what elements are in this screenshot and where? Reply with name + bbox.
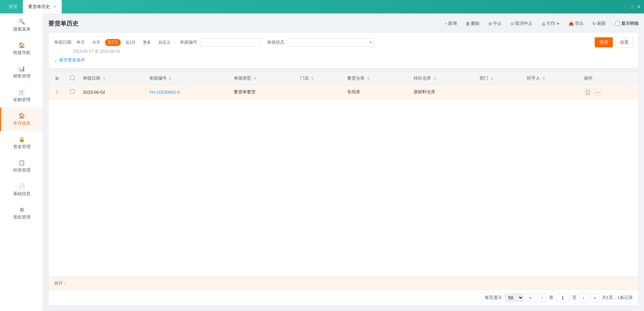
delete-icon: 🗑 xyxy=(466,21,470,26)
data-table: ⚙ 单据日期 ⇅ 单据编号 xyxy=(49,72,638,99)
sidebar-item-basic[interactable]: 📄 基础信息 xyxy=(0,178,43,202)
date-btn-7days[interactable]: 近7天 xyxy=(105,39,121,46)
export-button[interactable]: 📤 导出 xyxy=(566,19,586,28)
date-btn-more[interactable]: 更多 xyxy=(140,39,154,46)
last-page-btn[interactable]: » xyxy=(591,293,599,302)
sidebar-item-operations[interactable]: 📋 经营管理 xyxy=(0,154,43,178)
col-pending-wh-label: 待出仓库 xyxy=(414,76,431,81)
doc-number-input[interactable] xyxy=(200,38,260,47)
sidebar-item-purchase-label: 采购管理 xyxy=(13,97,31,103)
col-dept-label: 部门 xyxy=(480,76,488,81)
sort-dept-icon: ⇅ xyxy=(491,77,493,80)
sidebar-item-system-label: 系统管理 xyxy=(13,214,31,220)
export-icon: 📤 xyxy=(569,21,574,26)
select-all-checkbox[interactable] xyxy=(70,76,74,80)
more-icon-symbol: ⋯ xyxy=(595,90,600,95)
sidebar-item-quick-nav[interactable]: 🏠 快捷导航 xyxy=(0,37,43,60)
col-handler[interactable]: 经手人 ⇅ xyxy=(523,72,580,85)
col-pending-warehouse[interactable]: 待出仓库 ⇅ xyxy=(410,72,476,85)
export-label: 导出 xyxy=(575,20,584,27)
settings-button[interactable]: 设置 xyxy=(615,37,633,47)
stop-button[interactable]: ⊘ 中止 xyxy=(486,19,504,28)
print-button[interactable]: 🖨 打印 ▼ xyxy=(539,19,562,28)
row-operation: 📋 ⋯ xyxy=(580,85,638,99)
total-info: 共1页，1条记录 xyxy=(602,295,633,301)
row-doc-no-link[interactable]: YH-20230602-0 xyxy=(149,90,180,95)
sidebar-item-sales[interactable]: 📊 销售管理 xyxy=(0,60,43,84)
content-area: 要货单历史 + 新增 🗑 删除 ⊘ 中止 ⊙ xyxy=(43,13,644,311)
row-pending-wh-value: 原材料仓库 xyxy=(414,89,435,94)
basic-icon: 📄 xyxy=(18,183,25,189)
finance-icon: 🔒 xyxy=(18,136,25,142)
cancel-stop-button[interactable]: ⊙ 取消中止 xyxy=(508,19,535,28)
sidebar-item-system[interactable]: ⚙ 系统管理 xyxy=(0,202,43,225)
row-req-wh-value: 车间库 xyxy=(347,89,360,94)
col-doc-type[interactable]: 单据类型 ⇅ xyxy=(230,72,296,85)
date-btn-yesterday[interactable]: 昨天 xyxy=(74,39,88,46)
row-doc-no[interactable]: YH-20230602-0 xyxy=(145,85,230,99)
row-checkbox[interactable] xyxy=(70,89,74,94)
col-dept[interactable]: 部门 ⇅ xyxy=(476,72,523,85)
date-btn-custom[interactable]: 自定义 xyxy=(156,39,173,46)
inventory-icon: 🏠 xyxy=(18,112,25,119)
row-checkbox-cell[interactable] xyxy=(65,85,79,99)
tab-history[interactable]: 要货单历史 ✕ xyxy=(23,0,62,13)
current-page-input[interactable] xyxy=(556,294,570,302)
col-store-label: 门店 xyxy=(300,76,309,81)
main-layout: 🔍 搜索菜单 🏠 快捷导航 📊 销售管理 🛒 采购管理 🏠 库存核算 🔒 资金管… xyxy=(0,13,644,311)
prev-page-btn[interactable]: ‹ xyxy=(538,293,546,302)
table-scroll[interactable]: ⚙ 单据日期 ⇅ 单据编号 xyxy=(49,72,638,276)
tab-close-icon[interactable]: ✕ xyxy=(53,5,56,9)
row-date-value: 2023-06-02 xyxy=(83,90,105,95)
sidebar-item-basic-label: 基础信息 xyxy=(13,191,31,197)
col-date-label: 单据日期 xyxy=(83,76,100,81)
view-icon[interactable]: 📋 xyxy=(584,88,591,96)
col-date[interactable]: 单据日期 ⇅ xyxy=(79,72,145,85)
stop-label: 中止 xyxy=(493,20,502,27)
page-header: 要货单历史 + 新增 🗑 删除 ⊘ 中止 ⊙ xyxy=(48,19,639,28)
sidebar-item-sales-label: 销售管理 xyxy=(13,73,31,79)
tab-home-label: 首页 xyxy=(9,4,17,10)
page-label-after: 页 xyxy=(572,295,577,301)
table-settings-icon: ⚙ xyxy=(55,76,59,81)
cancel-stop-icon: ⊙ xyxy=(511,21,514,26)
page-size-select[interactable]: 20 50 100 xyxy=(505,294,524,302)
sidebar-item-purchase[interactable]: 🛒 采购管理 xyxy=(0,84,43,107)
page-content: 要货单历史 + 新增 🗑 删除 ⊘ 中止 ⊙ xyxy=(43,13,644,311)
show-detail-toggle[interactable]: 显示明细 xyxy=(615,20,639,27)
operation-icons: 📋 ⋯ xyxy=(584,88,634,96)
sidebar-item-search[interactable]: 🔍 搜索菜单 xyxy=(0,13,43,37)
print-label: 打印 xyxy=(547,20,555,27)
col-operation-label: 操作 xyxy=(584,76,593,81)
minimize-btn[interactable]: － xyxy=(622,4,626,10)
col-operation: 操作 xyxy=(580,72,638,85)
col-store[interactable]: 门店 ⇅ xyxy=(296,72,343,85)
col-settings[interactable]: ⚙ xyxy=(49,72,65,85)
status-input[interactable] xyxy=(287,38,374,47)
col-checkbox[interactable] xyxy=(65,72,79,85)
sidebar-item-inventory[interactable]: 🏠 库存核算 xyxy=(0,107,43,131)
first-page-btn[interactable]: « xyxy=(526,293,535,302)
tab-home[interactable]: 首页 xyxy=(3,0,23,13)
status-filter: 单据状态 ▼ xyxy=(267,38,374,47)
close-btn[interactable]: ✕ xyxy=(637,4,641,9)
query-button[interactable]: 查询 xyxy=(595,37,613,47)
col-doc-no[interactable]: 单据编号 ⇅ xyxy=(145,72,230,85)
col-req-warehouse[interactable]: 要货仓库 ⇅ xyxy=(343,72,410,85)
row-date: 2023-06-02 xyxy=(79,85,145,99)
date-btn-1month[interactable]: 近1月 xyxy=(123,39,139,46)
row-doc-type: 要货单要货 xyxy=(230,85,296,99)
sidebar-item-finance[interactable]: 🔒 资金管理 xyxy=(0,131,43,154)
date-btn-today[interactable]: 今天 xyxy=(90,39,103,46)
show-detail-checkbox[interactable] xyxy=(615,21,620,26)
row-req-warehouse: 车间库 xyxy=(343,85,410,99)
maximize-btn[interactable]: □ xyxy=(630,4,633,9)
total-label: 合计： xyxy=(54,280,67,286)
refresh-button[interactable]: ↻ 刷新 xyxy=(590,19,608,28)
delete-button[interactable]: 🗑 删除 xyxy=(463,19,482,28)
more-icon[interactable]: ⋯ xyxy=(594,88,601,96)
cancel-stop-label: 取消中止 xyxy=(515,20,533,27)
next-page-btn[interactable]: › xyxy=(579,293,588,302)
new-button[interactable]: + 新增 xyxy=(442,19,460,28)
expand-more[interactable]: ⌄ 展开更多条件 xyxy=(54,57,633,63)
